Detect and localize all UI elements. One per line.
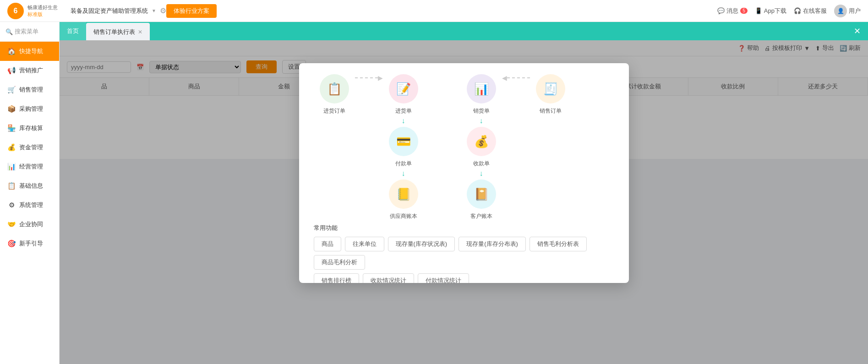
flow-node-purchase-bill[interactable]: 📝 进货单 [383, 74, 424, 115]
supplier-ledger-icon: 📒 [389, 179, 418, 209]
service-icon: 🎧 [794, 7, 801, 14]
arrow-down-customer: ↓ [480, 169, 483, 178]
dialog-content: 📋 进货订单 ▶ 📝 [299, 63, 629, 283]
flow-node-supplier-ledger[interactable]: 📒 供应商账本 [383, 179, 424, 220]
settings-icon[interactable]: ⚙ [160, 6, 166, 15]
flow-node-sales-bill[interactable]: 📊 销货单 [461, 74, 502, 115]
system-title: 装备及固定资产辅助管理系统 ▼ ⚙ [71, 6, 166, 15]
sidebar-item-quick-nav[interactable]: 🏠 快捷导航 [0, 42, 59, 61]
content-main: ❓ 帮助 🖨 按模板打印 ▼ ⬆ 导出 🔄 [60, 40, 868, 364]
arrow-down-receipt: ↓ [480, 117, 483, 125]
common-btn-receipt-stats[interactable]: 收款情况统计 [363, 273, 414, 283]
flow-node-sales-order[interactable]: 🧾 销售订单 [530, 74, 571, 115]
sales-icon: 🛒 [7, 86, 16, 94]
common-btn-sales-ranking[interactable]: 销售排行榜 [314, 273, 359, 283]
tab-home[interactable]: 首页 [60, 22, 86, 40]
message-item[interactable]: 💬 消息 5 [717, 7, 748, 15]
app-download-item[interactable]: 📱 App下载 [755, 7, 786, 15]
user-item[interactable]: 👤 用户 [834, 5, 861, 17]
logo-text: 畅康通好生意 标准版 [27, 4, 58, 17]
basic-info-icon: 📋 [7, 182, 16, 190]
tab-sales-order-exec[interactable]: 销售订单执行表 ✕ [86, 23, 150, 41]
flow-left-col: 📋 进货订单 [314, 74, 355, 115]
common-btn-product-profit[interactable]: 商品毛利分析 [314, 255, 365, 270]
common-functions-section: 常用功能 商品 往来单位 现存量(库存状况表) 现存量(库存分布表) 销售毛利分… [314, 224, 614, 283]
purchase-icon: 📦 [7, 105, 16, 113]
content-area: 首页 销售订单执行表 ✕ ✕ ❓ 帮助 [60, 22, 868, 364]
common-buttons-row-2: 销售排行榜 收款情况统计 付款情况统计 [314, 273, 614, 283]
search-menu-btn[interactable]: 🔍 搜索菜单 [4, 26, 55, 38]
common-btn-product[interactable]: 商品 [314, 237, 341, 251]
app-container: 6 畅康通好生意 标准版 装备及固定资产辅助管理系统 ▼ ⚙ 体验行业方案 💬 … [0, 0, 868, 364]
common-btn-stock-status[interactable]: 现存量(库存状况表) [388, 237, 455, 251]
marketing-icon: 📢 [7, 66, 16, 75]
sidebar: 🔍 搜索菜单 🏠 快捷导航 📢 营销推广 🛒 销售管理 📦 采购管理 [0, 22, 60, 364]
quick-nav-icon: 🏠 [7, 47, 16, 55]
online-service-item[interactable]: 🎧 在线客服 [794, 7, 827, 15]
tab-close-icon[interactable]: ✕ [138, 29, 142, 35]
sidebar-item-system[interactable]: ⚙ 系统管理 [0, 196, 59, 215]
beginner-icon: 🎯 [7, 239, 16, 248]
sidebar-item-beginner[interactable]: 🎯 新手引导 [0, 234, 59, 253]
trial-button[interactable]: 体验行业方案 [166, 4, 217, 18]
main-area: 🔍 搜索菜单 🏠 快捷导航 📢 营销推广 🛒 销售管理 📦 采购管理 [0, 22, 868, 364]
search-icon: 🔍 [5, 28, 13, 35]
system-icon: ⚙ [7, 201, 16, 209]
flow-diagram: 📋 进货订单 ▶ 📝 [314, 74, 614, 220]
common-functions-title: 常用功能 [314, 224, 614, 232]
flow-sales-bill-col: 📊 销货单 ↓ 💰 收款单 ↓ 📔 [461, 74, 502, 220]
message-icon: 💬 [717, 7, 725, 14]
sidebar-item-inventory[interactable]: 🏪 库存核算 [0, 119, 59, 138]
sidebar-item-marketing[interactable]: 📢 营销推广 [0, 61, 59, 80]
payment-bill-icon: 💳 [389, 127, 418, 156]
enterprise-icon: 🤝 [7, 220, 16, 228]
flow-node-purchase-order[interactable]: 📋 进货订单 [314, 74, 355, 115]
common-btn-stock-dist[interactable]: 现存量(库存分布表) [459, 237, 526, 251]
arrow-1: ▶ [355, 74, 383, 94]
flow-dialog: 📋 进货订单 ▶ 📝 [299, 63, 629, 283]
sidebar-item-basic-info[interactable]: 📋 基础信息 [0, 176, 59, 196]
common-btn-payment-stats[interactable]: 付款情况统计 [418, 273, 469, 283]
sales-bill-icon: 📊 [467, 74, 496, 103]
flow-node-receipt[interactable]: 💰 收款单 [461, 127, 502, 168]
common-btn-partner[interactable]: 往来单位 [345, 237, 384, 251]
top-bar: 6 畅康通好生意 标准版 装备及固定资产辅助管理系统 ▼ ⚙ 体验行业方案 💬 … [0, 0, 868, 22]
arrow-2: ◀ [502, 74, 530, 94]
common-buttons-row: 商品 往来单位 现存量(库存状况表) 现存量(库存分布表) 销售毛利分析表 商品… [314, 237, 614, 270]
purchase-bill-icon: 📝 [389, 74, 418, 103]
sidebar-item-finance[interactable]: 💰 资金管理 [0, 138, 59, 157]
sidebar-item-operations[interactable]: 📊 经营管理 [0, 157, 59, 176]
phone-icon: 📱 [755, 7, 762, 14]
common-btn-sales-profit[interactable]: 销售毛利分析表 [530, 237, 587, 251]
sales-order-icon: 🧾 [536, 74, 565, 103]
system-dropdown-arrow[interactable]: ▼ [152, 8, 156, 13]
arrow-down-payment: ↓ [402, 117, 405, 125]
logo-icon: 6 [7, 3, 24, 19]
finance-icon: 💰 [7, 143, 16, 152]
top-right-area: 💬 消息 5 📱 App下载 🎧 在线客服 👤 用户 [717, 5, 861, 17]
sidebar-search[interactable]: 🔍 搜索菜单 [0, 22, 59, 42]
receipt-bill-icon: 💰 [467, 127, 496, 156]
operations-icon: 📊 [7, 163, 16, 171]
flow-sales-order-col: 🧾 销售订单 [530, 74, 571, 115]
flow-node-payment[interactable]: 💳 付款单 [383, 127, 424, 168]
tab-bar: 首页 销售订单执行表 ✕ ✕ [60, 22, 868, 40]
logo-area: 6 畅康通好生意 标准版 [7, 3, 67, 19]
sidebar-item-enterprise[interactable]: 🤝 企业协同 [0, 215, 59, 234]
flow-node-customer-ledger[interactable]: 📔 客户账本 [461, 179, 502, 220]
sidebar-item-purchase[interactable]: 📦 采购管理 [0, 99, 59, 119]
inventory-icon: 🏪 [7, 124, 16, 132]
avatar: 👤 [834, 5, 847, 17]
arrow-down-supplier: ↓ [402, 169, 405, 178]
flow-purchase-bill-col: 📝 进货单 ↓ 💳 付款单 ↓ 📒 [383, 74, 424, 220]
close-window-button[interactable]: ✕ [846, 26, 868, 36]
message-badge: 5 [740, 8, 748, 14]
sidebar-item-sales[interactable]: 🛒 销售管理 [0, 80, 59, 99]
customer-ledger-icon: 📔 [467, 179, 496, 209]
purchase-order-icon: 📋 [320, 74, 349, 103]
